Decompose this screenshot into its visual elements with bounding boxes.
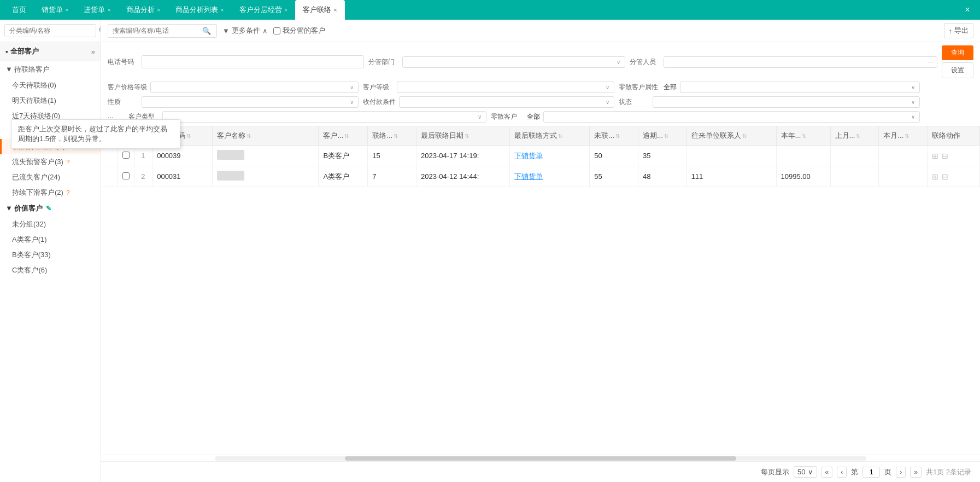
sidebar-search-input[interactable] bbox=[4, 24, 96, 37]
filter-select-status[interactable]: ∨ bbox=[653, 96, 920, 108]
query-button[interactable]: 查询 bbox=[942, 45, 973, 60]
main-layout: 🔍 ▪ 全部客户 » ▼ 待联络客户 今天待联络(0) 明天待联络(1) 近7天… bbox=[0, 20, 980, 482]
sort-last-date-icon: ⇅ bbox=[465, 133, 469, 139]
th-type[interactable]: 客户...⇅ bbox=[319, 126, 368, 146]
detail-action-icon-2[interactable]: ⊟ bbox=[942, 172, 948, 181]
filter-select-retail-attr[interactable]: ∨ bbox=[680, 82, 920, 93]
sidebar-value-group[interactable]: ▼ 价值客户 ✎ bbox=[0, 200, 101, 217]
filter-select-cust-type[interactable]: ∨ bbox=[162, 111, 486, 123]
td-contact-person-2: 111 bbox=[686, 166, 776, 187]
nav-sales[interactable]: 销货单 × bbox=[34, 0, 76, 20]
th-last-method[interactable]: 最后联络方式⇅ bbox=[510, 126, 590, 146]
nav-customer-contact-label: 客户联络 bbox=[303, 5, 331, 15]
sidebar-item-c-class[interactable]: C类客户(6) bbox=[0, 263, 101, 278]
link-last-method-2[interactable]: 下销货单 bbox=[514, 172, 543, 181]
export-icon: ↑ bbox=[949, 27, 953, 35]
sidebar-pending-group[interactable]: ▼ 待联络客户 bbox=[0, 61, 101, 78]
sidebar-item-tomorrow[interactable]: 明天待联络(1) bbox=[0, 93, 101, 108]
sidebar-item-today[interactable]: 今天待联络(0) bbox=[0, 78, 101, 93]
nav-home[interactable]: 首页 bbox=[4, 0, 34, 20]
horizontal-scrollbar[interactable] bbox=[215, 456, 866, 461]
nav-purchase-close[interactable]: × bbox=[107, 7, 110, 13]
sidebar-item-declining[interactable]: 持续下滑客户(2) ? bbox=[0, 185, 101, 200]
th-overdue[interactable]: 逾期...⇅ bbox=[638, 126, 686, 146]
filter-select-nature[interactable]: ∨ bbox=[142, 96, 359, 108]
sidebar-item-b-class[interactable]: B类客户(33) bbox=[0, 247, 101, 263]
th-name[interactable]: 客户名称⇅ bbox=[212, 126, 319, 146]
contact-action-icon-1[interactable]: ⊞ bbox=[932, 152, 938, 160]
th-contact-person[interactable]: 往来单位联系人⇅ bbox=[686, 126, 776, 146]
sidebar-item-lost[interactable]: 已流失客户(24) bbox=[0, 170, 101, 185]
td-last-date-2: 2023-04-12 14:44: bbox=[416, 166, 510, 187]
sidebar-value-edit-icon[interactable]: ✎ bbox=[46, 205, 51, 212]
nav-product-analysis[interactable]: 商品分析 × bbox=[119, 0, 168, 20]
filter-select-payment[interactable]: ∨ bbox=[399, 96, 614, 108]
sidebar-collapse-icon[interactable]: » bbox=[91, 48, 95, 56]
filter-select-retail-cust[interactable]: ∨ bbox=[543, 111, 920, 123]
row-checkbox-1[interactable] bbox=[122, 152, 130, 159]
th-last-month[interactable]: 上月...⇅ bbox=[830, 126, 879, 146]
sidebar-item-lost-warning[interactable]: 流失预警客户(3) ? bbox=[0, 154, 101, 170]
link-last-method-1[interactable]: 下销货单 bbox=[514, 152, 543, 160]
td-last-month-2 bbox=[830, 166, 879, 187]
nav-sales-close[interactable]: × bbox=[65, 7, 68, 13]
window-close-button[interactable]: × bbox=[959, 2, 976, 18]
sidebar-c-class-label: C类客户(6) bbox=[12, 266, 47, 274]
filter-select-price-grade[interactable]: ∨ bbox=[150, 82, 359, 93]
filter-top-bar: 🔍 ▼ 更多条件 ∧ 我分管的客户 ↑ 导出 bbox=[101, 20, 980, 42]
td-overdue-2: 48 bbox=[638, 166, 686, 187]
sidebar-item-a-class[interactable]: A类客户(1) bbox=[0, 232, 101, 247]
sidebar-lost-warning-label: 流失预警客户(3) bbox=[12, 158, 63, 166]
page-size-select[interactable]: 50 ∨ bbox=[794, 466, 817, 478]
my-customers-label: 我分管的客户 bbox=[283, 26, 325, 36]
nav-product-list-close[interactable]: × bbox=[220, 7, 224, 13]
nav-product-analysis-close[interactable]: × bbox=[157, 7, 160, 13]
filter-cell-retail-attr: 零散客户属性 全部 ∨ bbox=[619, 82, 920, 93]
more-conditions-label: 更多条件 bbox=[232, 26, 260, 36]
filter-search-icon[interactable]: 🔍 bbox=[202, 27, 211, 35]
nav-home-label: 首页 bbox=[12, 5, 26, 15]
nav-customer-contact-close[interactable]: × bbox=[333, 7, 337, 13]
next-page-btn[interactable]: › bbox=[896, 467, 906, 478]
th-year[interactable]: 本年...⇅ bbox=[776, 126, 830, 146]
td-year-2: 10995.00 bbox=[776, 166, 830, 187]
horizontal-scrollbar-thumb[interactable] bbox=[345, 456, 736, 461]
contact-action-icon-2[interactable]: ⊞ bbox=[932, 172, 938, 181]
filter-cell-price-grade: 客户价格等级 ∨ bbox=[108, 82, 359, 93]
more-conditions-btn[interactable]: ▼ 更多条件 ∧ bbox=[222, 26, 268, 36]
nav-product-list[interactable]: 商品分析列表 × bbox=[168, 0, 231, 20]
sidebar-ungroup-label: 未分组(32) bbox=[12, 220, 46, 228]
nav-purchase[interactable]: 进货单 × bbox=[76, 0, 118, 20]
filter-cell-retail-cust: 零散客户 全部 ∨ bbox=[491, 111, 920, 123]
action-icons-1: ⊞ ⊟ bbox=[932, 152, 975, 160]
filter-select-manager[interactable]: ··· bbox=[664, 56, 937, 68]
page-input[interactable] bbox=[862, 467, 880, 478]
pagination-bar: 每页显示 50 ∨ « ‹ 第 页 › » 共1页 2条记录 bbox=[101, 461, 980, 482]
detail-action-icon-1[interactable]: ⊟ bbox=[942, 152, 948, 160]
first-page-btn[interactable]: « bbox=[821, 467, 833, 478]
filter-icon: ▼ bbox=[222, 27, 230, 35]
nav-customer-tier-close[interactable]: × bbox=[284, 7, 287, 13]
last-page-btn[interactable]: » bbox=[910, 467, 922, 478]
th-uncontact[interactable]: 未联...⇅ bbox=[590, 126, 638, 146]
my-customers-checkbox[interactable] bbox=[273, 27, 280, 34]
sort-overdue-icon: ⇅ bbox=[664, 133, 668, 139]
prev-page-btn[interactable]: ‹ bbox=[837, 467, 847, 478]
export-button[interactable]: ↑ 导出 bbox=[944, 23, 974, 38]
filter-search-input[interactable] bbox=[113, 27, 200, 34]
setting-button[interactable]: 设置 bbox=[942, 62, 973, 78]
filter-select-dept[interactable]: ∨ bbox=[402, 56, 625, 68]
th-this-month[interactable]: 本月...⇅ bbox=[879, 126, 928, 146]
th-last-date[interactable]: 最后联络日期⇅ bbox=[416, 126, 510, 146]
sidebar-all-customers[interactable]: ▪ 全部客户 » bbox=[0, 42, 101, 61]
row-checkbox-2[interactable] bbox=[122, 172, 130, 179]
filter-label-price-grade: 客户价格等级 bbox=[108, 83, 147, 92]
nav-customer-contact[interactable]: 客户联络 × bbox=[295, 0, 344, 20]
filter-cell-dept: 分管部门 ∨ bbox=[368, 56, 625, 68]
filter-action-buttons: 查询 设置 bbox=[942, 45, 973, 78]
th-contact[interactable]: 联络...⇅ bbox=[368, 126, 416, 146]
filter-select-cust-grade[interactable]: ∨ bbox=[397, 82, 614, 93]
nav-customer-tier[interactable]: 客户分层经营 × bbox=[232, 0, 295, 20]
filter-input-phone[interactable] bbox=[142, 55, 364, 68]
sidebar-item-ungroup[interactable]: 未分组(32) bbox=[0, 217, 101, 232]
